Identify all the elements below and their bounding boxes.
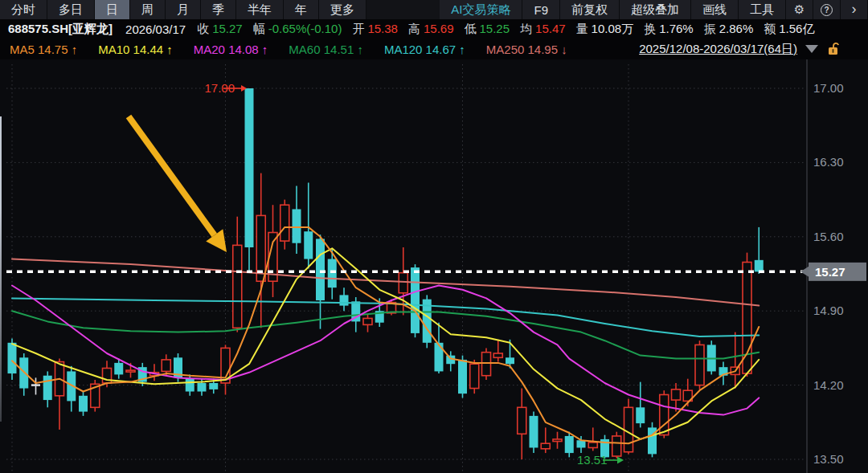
left-edge-divider bbox=[0, 116, 2, 422]
svg-text:14.90: 14.90 bbox=[813, 304, 844, 317]
svg-text:15.60: 15.60 bbox=[813, 230, 844, 243]
ma60-line bbox=[12, 311, 759, 358]
ma-lines bbox=[12, 227, 759, 443]
ma20-line bbox=[12, 286, 759, 415]
last-price-pointer bbox=[800, 266, 809, 277]
stock-chart-app: 分时多日日周月季半年年更多 AI交易策略F9前复权超级叠加画线工具⚙?› 688… bbox=[0, 0, 868, 473]
svg-text:13.50: 13.50 bbox=[813, 452, 844, 466]
low-price-label: 13.51 bbox=[577, 453, 608, 467]
svg-text:15.27: 15.27 bbox=[815, 265, 845, 279]
svg-text:17.00: 17.00 bbox=[813, 81, 844, 95]
candlestick-chart[interactable]: 15.2717.0016.3015.6014.9014.2013.5017.00… bbox=[0, 0, 868, 473]
ma5-line bbox=[12, 227, 759, 443]
candles bbox=[8, 88, 764, 459]
svg-text:14.20: 14.20 bbox=[813, 378, 844, 392]
gold-arrow-shaft bbox=[129, 116, 215, 235]
ma250-line bbox=[12, 259, 759, 306]
ma10-line bbox=[12, 248, 759, 439]
svg-text:16.30: 16.30 bbox=[813, 155, 844, 169]
